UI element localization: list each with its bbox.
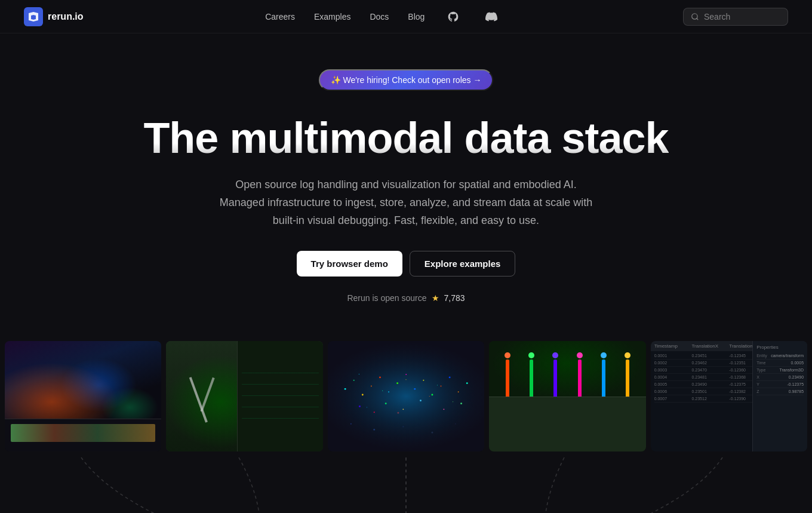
svg-point-3 — [345, 388, 346, 390]
svg-point-14 — [440, 386, 441, 387]
sidebar-value: -0.12375 — [787, 382, 804, 386]
try-browser-demo-button[interactable]: Try browser demo — [297, 251, 402, 277]
hero-subtitle-line1: Open source log handling and visualizati… — [235, 179, 576, 191]
table-cell: 0.23490 — [691, 382, 728, 386]
screenshots-strip: TimestampTranslationXTranslationYTransla… — [0, 341, 812, 451]
svg-point-15 — [448, 377, 450, 379]
svg-point-19 — [374, 412, 375, 413]
figure-body — [578, 360, 582, 402]
figure-body — [530, 360, 533, 402]
table-cell: 0.23481 — [691, 375, 728, 379]
logo[interactable]: rerun.io — [24, 7, 84, 26]
screenshot-robot[interactable] — [166, 341, 322, 451]
hiring-banner[interactable]: ✨ We're hiring! Check out open roles → — [319, 69, 494, 91]
svg-point-4 — [353, 380, 355, 381]
sidebar-row: Time0.0005 — [756, 360, 804, 367]
figure-head — [625, 352, 630, 358]
svg-point-22 — [420, 400, 422, 402]
svg-point-20 — [385, 403, 387, 404]
svg-point-11 — [414, 388, 416, 390]
svg-point-8 — [388, 391, 389, 392]
table-header-cell: TranslationX — [691, 343, 728, 349]
table-header-cell: Timestamp — [654, 343, 691, 349]
svg-point-23 — [443, 409, 444, 410]
screenshot-table[interactable]: TimestampTranslationXTranslationYTransla… — [651, 341, 807, 451]
sidebar-row: TypeTransform3D — [756, 367, 804, 374]
screenshot-mocap[interactable] — [489, 341, 645, 451]
sidebar-key: X — [756, 375, 759, 379]
screenshot-lidar[interactable] — [328, 341, 484, 451]
nav-link-docs[interactable]: Docs — [370, 12, 389, 21]
table-cell: 0.0001 — [654, 354, 691, 358]
figure-head — [552, 352, 558, 358]
nav-link-careers[interactable]: Careers — [265, 12, 295, 21]
sidebar-row: Y-0.12375 — [756, 381, 804, 388]
table-cell: 0.23451 — [691, 354, 728, 358]
hero-section: ✨ We're hiring! Check out open roles → T… — [0, 33, 812, 327]
svg-point-7 — [379, 377, 381, 379]
star-count: 7,783 — [444, 293, 465, 303]
sidebar-key: Time — [756, 361, 765, 365]
mocap-figure — [593, 352, 614, 402]
sidebar-value: 0.0005 — [791, 361, 804, 365]
mocap-figures — [497, 352, 638, 402]
figure-body — [553, 360, 557, 402]
table-cell: 0.0002 — [654, 361, 691, 365]
discord-icon[interactable] — [482, 7, 501, 26]
nav-link-blog[interactable]: Blog — [408, 12, 425, 21]
table-cell: 0.23462 — [691, 361, 728, 365]
sidebar-key: Entity — [756, 354, 767, 358]
table-cell: 0.0007 — [654, 397, 691, 401]
svg-point-9 — [396, 382, 398, 384]
svg-point-21 — [402, 409, 404, 410]
github-icon[interactable] — [444, 7, 463, 26]
logo-icon — [24, 7, 43, 26]
figure-head — [528, 352, 534, 358]
lidar-pointcloud — [328, 341, 484, 451]
hero-subtitle-line3: built-in visual debugging. Fast, flexibl… — [273, 214, 539, 226]
mocap-figure — [497, 352, 517, 402]
sidebar-row: X0.23490 — [756, 374, 804, 381]
search-bar[interactable]: Search — [683, 8, 788, 26]
mocap-figure — [521, 352, 542, 402]
explore-examples-button[interactable]: Explore examples — [410, 251, 516, 277]
svg-point-24 — [460, 403, 462, 404]
svg-point-6 — [371, 386, 372, 387]
figure-head — [601, 352, 607, 358]
mocap-bottom-strip — [489, 397, 645, 452]
nav-link-examples[interactable]: Examples — [314, 12, 350, 21]
logo-text: rerun.io — [48, 11, 84, 22]
svg-point-10 — [405, 374, 407, 375]
sidebar-key: Z — [756, 389, 759, 394]
sidebar-value: 0.23490 — [789, 375, 804, 379]
mocap-figure — [545, 352, 565, 402]
svg-rect-2 — [328, 343, 484, 450]
mocap-figure — [617, 352, 638, 402]
connector-lines-svg — [0, 451, 812, 513]
svg-point-16 — [458, 391, 459, 392]
svg-point-12 — [423, 380, 424, 381]
figure-body — [602, 360, 605, 402]
table-cell: 0.23470 — [691, 368, 728, 372]
sidebar-panel-label: Properties — [756, 345, 804, 350]
figure-body — [506, 360, 509, 402]
connector-area — [0, 451, 812, 513]
svg-point-25 — [350, 423, 352, 425]
table-cell: 0.23512 — [691, 397, 728, 401]
figure-head — [577, 352, 583, 358]
sidebar-row: Entitycamera/transform — [756, 352, 804, 360]
navbar: rerun.io Careers Examples Docs Blog Sear… — [0, 0, 812, 33]
svg-point-27 — [402, 426, 404, 428]
table-cell: 0.0003 — [654, 368, 691, 372]
table-sidebar-panel: Properties Entitycamera/transformTime0.0… — [752, 341, 807, 451]
sidebar-key: Type — [756, 368, 765, 372]
star-icon: ★ — [432, 293, 439, 303]
table-cell: 0.0006 — [654, 389, 691, 394]
open-source-label: Rerun is open source — [347, 293, 426, 303]
svg-point-1 — [692, 13, 697, 19]
search-icon — [691, 13, 699, 21]
svg-point-28 — [431, 432, 433, 434]
svg-point-18 — [359, 406, 361, 407]
screenshot-thermal[interactable] — [5, 341, 161, 451]
nav-right: Search — [683, 8, 788, 26]
